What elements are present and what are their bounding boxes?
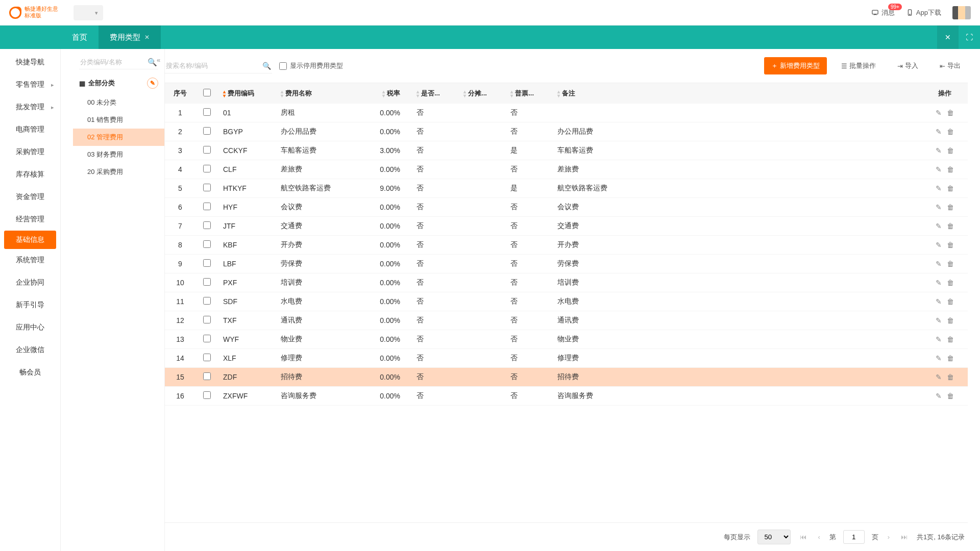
edit-icon[interactable]: ✎ [936, 297, 942, 306]
edit-icon[interactable]: ✎ [936, 109, 942, 117]
row-checkbox[interactable] [203, 354, 211, 361]
table-row[interactable]: 7JTF交通费0.00%否否交通费✎🗑 [165, 217, 968, 236]
edit-icon[interactable]: ✎ [936, 203, 942, 211]
edit-icon[interactable]: ✎ [936, 373, 942, 381]
table-row[interactable]: 10PXF培训费0.00%否否培训费✎🗑 [165, 273, 968, 292]
table-row[interactable]: 3CCKYF车船客运费3.00%否是车船客运费✎🗑 [165, 141, 968, 160]
sidebar-item[interactable]: 采购管理 [0, 141, 60, 163]
edit-icon[interactable]: ✎ [936, 222, 942, 230]
sidebar-item[interactable]: 畅会员 [0, 361, 60, 384]
delete-icon[interactable]: 🗑 [947, 392, 954, 400]
table-row[interactable]: 8KBF开办费0.00%否否开办费✎🗑 [165, 236, 968, 255]
row-checkbox[interactable] [203, 240, 211, 248]
edit-icon[interactable]: ✎ [936, 146, 942, 155]
table-row[interactable]: 14XLF修理费0.00%否否修理费✎🗑 [165, 349, 968, 368]
delete-icon[interactable]: 🗑 [947, 184, 954, 192]
app-download-button[interactable]: App下载 [906, 8, 941, 17]
delete-icon[interactable]: 🗑 [947, 241, 954, 249]
batch-button[interactable]: ☰ 批量操作 [834, 57, 883, 74]
category-item[interactable]: 02 管理费用 [73, 129, 164, 146]
delete-icon[interactable]: 🗑 [947, 354, 954, 362]
add-fee-type-button[interactable]: ＋ 新增费用类型 [764, 57, 827, 74]
row-checkbox[interactable] [203, 221, 211, 229]
close-all-tabs-button[interactable]: ✕ [937, 26, 959, 49]
tab-home[interactable]: 首页 [61, 26, 99, 49]
category-item[interactable]: 01 销售费用 [73, 111, 164, 129]
table-row[interactable]: 16ZXFWF咨询服务费0.00%否否咨询服务费✎🗑 [165, 387, 968, 406]
sidebar-item[interactable]: 企业协同 [0, 271, 60, 294]
col-remark[interactable]: ▴▾备注 [552, 83, 922, 104]
col-rate[interactable]: ▴▾税率 [360, 83, 411, 104]
delete-icon[interactable]: 🗑 [947, 128, 954, 136]
row-checkbox[interactable] [203, 203, 211, 210]
search-icon[interactable]: 🔍 [148, 58, 157, 67]
sidebar-item[interactable]: 经营管理 [0, 208, 60, 231]
table-row[interactable]: 15ZDF招待费0.00%否否招待费✎🗑 [165, 368, 968, 387]
edit-icon[interactable]: ✎ [936, 335, 942, 343]
table-row[interactable]: 5HTKYF航空铁路客运费9.00%否是航空铁路客运费✎🗑 [165, 179, 968, 198]
tab-fee-type[interactable]: 费用类型 ✕ [99, 26, 161, 49]
table-search-input[interactable] [165, 58, 272, 73]
row-checkbox[interactable] [203, 335, 211, 342]
row-checkbox[interactable] [203, 127, 211, 135]
category-item[interactable]: 20 采购费用 [73, 163, 164, 181]
row-checkbox[interactable] [203, 259, 211, 267]
close-icon[interactable]: ✕ [144, 34, 150, 41]
sidebar-item[interactable]: 新手引导 [0, 294, 60, 316]
category-search-input[interactable] [79, 55, 158, 69]
row-checkbox[interactable] [203, 108, 211, 116]
select-all-checkbox[interactable] [203, 89, 211, 96]
show-disabled-checkbox[interactable]: 显示停用费用类型 [279, 61, 343, 70]
fullscreen-button[interactable]: ⛶ [959, 26, 980, 49]
table-row[interactable]: 12TXF通讯费0.00%否否通讯费✎🗑 [165, 311, 968, 330]
category-all[interactable]: ▦ 全部分类 ✎ [73, 74, 164, 92]
delete-icon[interactable]: 🗑 [947, 146, 954, 155]
category-item[interactable]: 03 财务费用 [73, 146, 164, 163]
import-button[interactable]: ⇥ 导入 [890, 57, 925, 74]
row-checkbox[interactable] [203, 165, 211, 172]
delete-icon[interactable]: 🗑 [947, 222, 954, 230]
edit-category-button[interactable]: ✎ [147, 78, 158, 89]
delete-icon[interactable]: 🗑 [947, 279, 954, 287]
delete-icon[interactable]: 🗑 [947, 260, 954, 268]
export-button[interactable]: ⇤ 导出 [933, 57, 968, 74]
table-row[interactable]: 4CLF差旅费0.00%否否差旅费✎🗑 [165, 160, 968, 179]
table-row[interactable]: 6HYF会议费0.00%否否会议费✎🗑 [165, 198, 968, 217]
row-checkbox[interactable] [203, 316, 211, 323]
sidebar-item[interactable]: 应用中心 [0, 316, 60, 339]
edit-icon[interactable]: ✎ [936, 128, 942, 136]
sidebar-item[interactable]: 批发管理 [0, 96, 60, 118]
col-isded[interactable]: ▴▾是否... [411, 83, 458, 104]
sidebar-item[interactable]: 基础信息 [4, 231, 56, 249]
col-alloc[interactable]: ▴▾分摊... [458, 83, 505, 104]
messages-button[interactable]: 消息 99+ [871, 8, 895, 17]
delete-icon[interactable]: 🗑 [947, 297, 954, 306]
delete-icon[interactable]: 🗑 [947, 109, 954, 117]
sidebar-item[interactable]: 库存核算 [0, 163, 60, 186]
table-row[interactable]: 11SDF水电费0.00%否否水电费✎🗑 [165, 292, 968, 311]
col-code[interactable]: ▴▾费用编码 [218, 83, 276, 104]
edit-icon[interactable]: ✎ [936, 392, 942, 400]
edit-icon[interactable]: ✎ [936, 279, 942, 287]
edit-icon[interactable]: ✎ [936, 354, 942, 362]
page-last-button[interactable]: ⏭ [899, 531, 910, 543]
edit-icon[interactable]: ✎ [936, 316, 942, 324]
row-checkbox[interactable] [203, 391, 211, 399]
avatar[interactable] [952, 6, 971, 19]
search-icon[interactable]: 🔍 [262, 62, 271, 70]
row-checkbox[interactable] [203, 372, 211, 380]
delete-icon[interactable]: 🗑 [947, 203, 954, 211]
sidebar-item[interactable]: 系统管理 [0, 249, 60, 271]
table-row[interactable]: 9LBF劳保费0.00%否否劳保费✎🗑 [165, 255, 968, 273]
col-checkbox[interactable] [195, 83, 218, 104]
col-name[interactable]: ▴▾费用名称 [276, 83, 360, 104]
page-first-button[interactable]: ⏮ [798, 531, 808, 543]
edit-icon[interactable]: ✎ [936, 184, 942, 192]
delete-icon[interactable]: 🗑 [947, 316, 954, 324]
sidebar-item[interactable]: 企业微信 [0, 339, 60, 361]
table-row[interactable]: 2BGYP办公用品费0.00%否否办公用品费✎🗑 [165, 122, 968, 141]
edit-icon[interactable]: ✎ [936, 260, 942, 268]
sidebar-item[interactable]: 零售管理 [0, 73, 60, 96]
delete-icon[interactable]: 🗑 [947, 373, 954, 381]
page-prev-button[interactable]: ‹ [816, 531, 822, 543]
